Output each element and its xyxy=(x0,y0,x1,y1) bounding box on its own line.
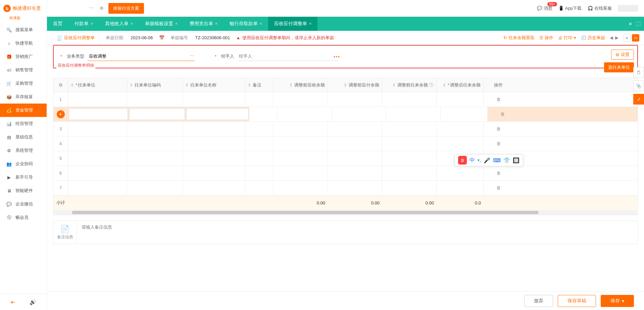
cell[interactable] xyxy=(127,136,183,151)
cell[interactable] xyxy=(127,122,183,136)
reget-balance-button[interactable]: ↻往来余额重取 xyxy=(503,35,535,41)
tab-payment[interactable]: 付款单× xyxy=(68,17,99,31)
table-row[interactable]: 5🗑 xyxy=(53,151,638,166)
org-dropdown-icon[interactable]: ﹀ xyxy=(89,5,94,11)
delete-row[interactable]: 🗑 xyxy=(488,107,517,121)
service-button[interactable]: 🎧 在线客服 xyxy=(588,5,612,11)
cell[interactable] xyxy=(437,122,484,136)
trash-icon[interactable]: 🗑 xyxy=(500,112,505,117)
cell[interactable] xyxy=(382,136,437,151)
user-avatar[interactable] xyxy=(618,5,638,12)
scrollbar-thumb[interactable] xyxy=(72,211,539,214)
horizontal-scrollbar[interactable] xyxy=(54,210,637,215)
trash-icon[interactable]: 🗑 xyxy=(496,126,501,131)
sort-icon[interactable]: ▲▼ xyxy=(393,83,395,87)
calendar-icon[interactable]: 📅 xyxy=(159,35,164,40)
cell[interactable] xyxy=(245,122,274,136)
view-card-icon[interactable]: ▭ xyxy=(632,34,639,42)
close-all-icon[interactable]: ✕ xyxy=(629,21,632,26)
col-bal-after[interactable]: ▲▼*调整后往来余额 xyxy=(437,78,484,92)
settings-icon[interactable]: ⚙ xyxy=(100,6,104,11)
delete-row[interactable]: 🗑 xyxy=(484,181,513,195)
table-row[interactable]: 3🗑 xyxy=(53,122,638,136)
cell[interactable] xyxy=(127,92,183,107)
sort-icon[interactable]: ▲▼ xyxy=(130,83,133,87)
save-button[interactable]: 保存▾ xyxy=(601,295,634,307)
history-button[interactable]: 🕘历史单据 xyxy=(581,35,605,41)
cell[interactable] xyxy=(69,108,128,120)
plus-icon[interactable]: + xyxy=(57,110,65,118)
cell[interactable] xyxy=(328,122,382,136)
rail-note-icon[interactable]: 🗒 xyxy=(633,67,644,78)
cell[interactable] xyxy=(186,108,249,120)
sidebar-item-baseinfo[interactable]: ▤基础信息 xyxy=(0,130,47,144)
cell[interactable] xyxy=(245,136,274,151)
table-row[interactable]: 1🗑 xyxy=(53,92,638,107)
cell[interactable] xyxy=(183,181,245,195)
sidebar-item-sales[interactable]: 🏷销售管理 xyxy=(0,63,47,77)
cell[interactable] xyxy=(328,92,382,107)
sidebar-item-stock[interactable]: 📦库存核算 xyxy=(0,90,47,104)
cell[interactable] xyxy=(68,151,127,166)
cell[interactable] xyxy=(249,107,278,121)
handler-input[interactable] xyxy=(238,52,338,61)
column-config-icon[interactable]: ⚙ xyxy=(53,78,68,92)
cell[interactable] xyxy=(68,122,127,136)
add-row-button[interactable]: + xyxy=(53,107,68,121)
col-pay-before[interactable]: ▲▼调整前应付余额 xyxy=(328,78,382,92)
cell[interactable] xyxy=(183,136,245,151)
table-row[interactable]: 7🗑 xyxy=(53,181,638,195)
delete-row[interactable]: 🗑 xyxy=(484,166,513,180)
cell[interactable] xyxy=(127,181,183,195)
cell[interactable] xyxy=(274,181,328,195)
cell[interactable] xyxy=(328,151,382,166)
tab-other-income[interactable]: 其他收入单× xyxy=(99,17,139,31)
next-icon[interactable]: ▶ xyxy=(615,35,618,40)
col-bal-before[interactable]: ▲▼调整前往来余额? xyxy=(382,78,437,92)
print-dropdown[interactable]: 🖨打印 ▾ xyxy=(558,35,576,41)
cell[interactable] xyxy=(386,107,441,121)
sort-icon[interactable]: ▲▼ xyxy=(443,83,446,87)
experience-button[interactable]: 体验行业方案 xyxy=(108,3,144,14)
sidebar-item-vip[interactable]: Ⓥ畅会员 xyxy=(0,211,47,224)
cell[interactable] xyxy=(245,151,274,166)
col-name[interactable]: ▲▼往来单位名称 xyxy=(183,78,245,92)
ime-lang[interactable]: 中 xyxy=(469,157,475,164)
cell[interactable] xyxy=(129,108,185,120)
ime-toolbar[interactable]: S 中 •, 🎤 ⌨ 👕 🔲 xyxy=(454,154,523,166)
choose-unit-button[interactable]: 选往来单位 xyxy=(604,62,634,72)
cell[interactable] xyxy=(274,122,328,136)
trash-icon[interactable]: 🗑 xyxy=(496,171,501,176)
delete-row[interactable]: 🗑 xyxy=(484,122,513,136)
cell[interactable] xyxy=(382,92,437,107)
tab-home[interactable]: 首页 xyxy=(47,17,68,31)
tab-bank[interactable]: 银行存取款单× xyxy=(224,17,268,31)
remark-input[interactable] xyxy=(77,221,638,244)
cell[interactable] xyxy=(278,107,332,121)
save-draft-button[interactable]: 保存草稿 xyxy=(558,295,596,307)
col-code[interactable]: ▲▼往来单位编码 xyxy=(127,78,183,92)
cell[interactable] xyxy=(328,136,382,151)
cell[interactable] xyxy=(382,181,437,195)
cell[interactable] xyxy=(127,166,183,180)
trash-icon[interactable]: 🗑 xyxy=(496,97,501,102)
sidebar-item-guide[interactable]: ▶新手引导 xyxy=(0,171,47,184)
col-unit[interactable]: ▲▼*往来单位 xyxy=(68,78,127,92)
cell[interactable] xyxy=(245,92,274,107)
sort-icon[interactable]: ▲▼ xyxy=(248,83,251,87)
cell[interactable] xyxy=(437,136,484,151)
close-icon[interactable]: × xyxy=(215,21,217,26)
cell[interactable] xyxy=(328,166,382,180)
cell[interactable] xyxy=(274,136,328,151)
sidebar-item-system[interactable]: ⚙系统管理 xyxy=(0,144,47,157)
ime-toolbox-icon[interactable]: 🔲 xyxy=(513,157,519,164)
sound-icon[interactable]: 🔊 xyxy=(30,299,36,305)
cell[interactable] xyxy=(245,166,274,180)
delete-row[interactable]: 🗑 xyxy=(484,92,513,107)
discard-button[interactable]: 放弃 xyxy=(524,295,553,307)
cell[interactable] xyxy=(68,92,127,107)
operation-dropdown[interactable]: ☰操作 xyxy=(539,35,553,41)
cell[interactable] xyxy=(127,151,183,166)
prev-icon[interactable]: ◀ xyxy=(610,35,613,40)
chevron-down-icon[interactable]: ﹀ xyxy=(190,53,195,59)
